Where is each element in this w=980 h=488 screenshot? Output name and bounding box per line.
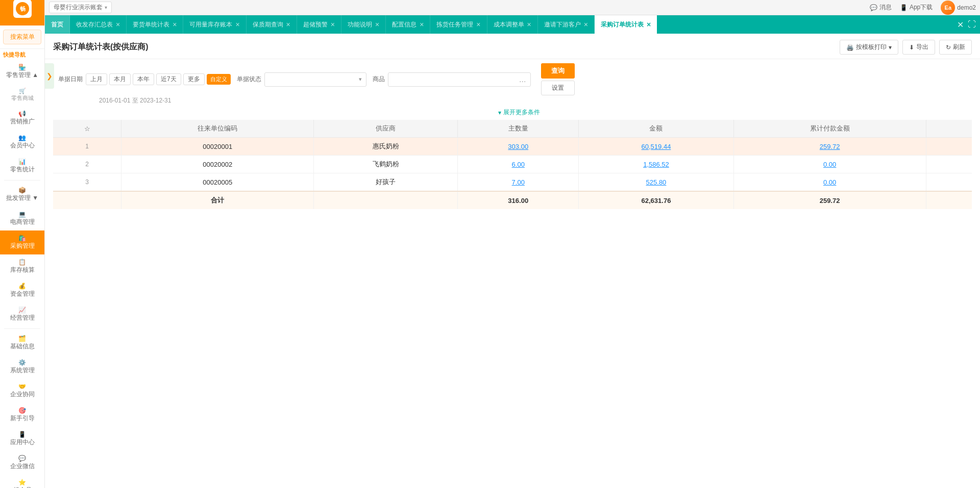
row-quantity[interactable]: 303.00 [458,138,579,156]
date-range-display: 2016-01-01 至 2023-12-31 [58,95,980,105]
col-quantity[interactable]: 主数量 [458,120,579,138]
tab-close-icon[interactable]: × [173,21,177,28]
new-guide-icon: 🎯 [18,407,26,414]
sidebar-item-operations[interactable]: 📈 经营管理 [0,302,44,326]
system-icon: ⚙️ [18,359,26,366]
member2-icon: ⭐ [18,479,26,486]
goods-input[interactable]: … [388,72,531,87]
user-info[interactable]: Ea demo2 [941,1,976,15]
app-download-icon: 📱 [900,4,908,11]
expand-more-button[interactable]: ▾ 展开更多条件 [498,108,540,117]
tab-overstock[interactable]: 超储预警 × [297,15,341,34]
tab-close-icon[interactable]: × [584,21,588,28]
tab-label: 采购订单统计表 [601,20,644,29]
page-header: 采购订单统计表(按供应商) 🖨️ 按模板打印 ▾ ⬇ 导出 ↻ 刷新 [45,34,980,59]
status-select[interactable]: ▾ [264,72,366,87]
tab-close-icon[interactable]: × [286,21,290,28]
row-supplier: 惠氏奶粉 [314,138,458,156]
tab-close-icon[interactable]: × [375,21,379,28]
footer-paid: 259.72 [733,191,926,209]
tab-config-info[interactable]: 配置信息 × [386,15,430,34]
message-button[interactable]: 💬 消息 [870,3,892,12]
tab-purchase-summary[interactable]: 采购订单统计表 × [595,15,657,34]
sidebar-item-label: 零售管理 ▲ [6,71,38,80]
sidebar-item-ecommerce[interactable]: 💻 电商管理 [0,207,44,230]
sidebar-item-new-guide[interactable]: 🎯 新手引导 [0,403,44,427]
query-button[interactable]: 查询 [541,63,575,79]
tab-close-icon[interactable]: × [527,21,531,28]
tab-home[interactable]: 首页 [45,15,70,34]
row-amount[interactable]: 1,586.52 [579,156,733,173]
sidebar-item-finance[interactable]: 💰 资金管理 [0,278,44,302]
tab-close-all-button[interactable]: ✕ [957,20,964,30]
row-quantity[interactable]: 7.00 [458,173,579,192]
tab-close-icon[interactable]: × [476,21,480,28]
app-download-label: App下载 [910,3,933,12]
print-button[interactable]: 🖨️ 按模板打印 ▾ [840,40,898,55]
tab-order-summary[interactable]: 要货单统计表 × [127,15,183,34]
tab-close-icon[interactable]: × [116,21,120,28]
sidebar-item-member2[interactable]: ⭐ 畅会员 [0,475,44,488]
export-button[interactable]: ⬇ 导出 [902,40,935,55]
row-paid[interactable]: 0.00 [733,173,926,192]
sidebar-item-enterprise-coop[interactable]: 🤝 企业协同 [0,379,44,403]
tab-label: 要货单统计表 [133,20,169,29]
col-amount[interactable]: 金额 [579,120,733,138]
refresh-button[interactable]: ↻ 刷新 [939,40,972,55]
row-paid[interactable]: 0.00 [733,156,926,173]
row-quantity[interactable]: 6.00 [458,156,579,173]
tab-cost-adjust[interactable]: 成本调整单 × [487,15,538,34]
sidebar-item-label: 采购管理 [10,242,35,250]
col-supplier[interactable]: 供应商 [314,120,458,138]
filter-collapse-button[interactable]: ❯ [45,63,54,89]
retail-stats-icon: 📊 [18,158,26,165]
sidebar-item-basic-info[interactable]: 🗂️ 基础信息 [0,331,44,355]
app-download-button[interactable]: 📱 App下载 [900,3,933,12]
tab-warranty[interactable]: 保质期查询 × [247,15,297,34]
tab-close-icon[interactable]: × [235,21,239,28]
date-shortcut-7days[interactable]: 近7天 [156,73,181,85]
sidebar-item-app-center[interactable]: 📱 应用中心 [0,427,44,451]
tab-function-desc[interactable]: 功能说明 × [341,15,386,34]
col-code[interactable]: 往来单位编码 [121,120,314,138]
sidebar-item-purchase[interactable]: 🛍️ 采购管理 [0,230,44,254]
tab-invite-downstream[interactable]: 邀请下游客户 × [538,15,595,34]
date-shortcut-last-month[interactable]: 上月 [86,73,107,85]
goods-more-icon[interactable]: … [519,75,526,84]
col-paid[interactable]: 累计付款金额 [733,120,926,138]
sidebar-item-wholesale[interactable]: 📦 批发管理 ▼ [0,183,44,207]
tab-close-icon[interactable]: × [647,21,651,28]
table-row[interactable]: 2 00020002 飞鹤奶粉 6.00 1,586.52 0.00 [53,156,972,173]
workspace-selector[interactable]: 母婴行业演示账套 ▾ [49,2,112,13]
tab-inventory-ledger[interactable]: 可用量库存账本 × [183,15,246,34]
sidebar-item-retail[interactable]: 🏪 零售管理 ▲ [0,60,44,84]
ecommerce-icon: 💻 [18,211,26,218]
tab-close-icon[interactable]: × [420,21,424,28]
row-amount[interactable]: 525.80 [579,173,733,192]
date-filter: 单据日期 上月 本月 本年 近7天 更多 自定义 [58,73,231,85]
row-paid[interactable]: 259.72 [733,138,926,156]
table-footer-row: 合计 316.00 62,631.76 259.72 [53,191,972,209]
row-amount[interactable]: 60,519.44 [579,138,733,156]
sidebar-item-label: 经营管理 [10,314,35,322]
table-row[interactable]: 1 00020001 惠氏奶粉 303.00 60,519.44 259.72 [53,138,972,156]
tab-pick-task[interactable]: 拣货任务管理 × [430,15,487,34]
settings-button[interactable]: 设置 [541,81,575,95]
table-row[interactable]: 3 00020005 好孩子 7.00 525.80 0.00 [53,173,972,192]
sidebar-item-marketing[interactable]: 📢 营销推广 [0,106,44,130]
sidebar-item-retail-stats[interactable]: 📊 零售统计 [0,154,44,178]
sidebar-item-inventory[interactable]: 📋 库存核算 [0,254,44,278]
expand-label: 展开更多条件 [503,108,540,117]
date-shortcut-this-month[interactable]: 本月 [109,73,131,85]
date-shortcut-more[interactable]: 更多 [183,73,205,85]
sidebar-item-label: 资金管理 [10,290,35,298]
tab-maximize-button[interactable]: ⛶ [968,20,976,29]
tab-receive-summary[interactable]: 收发存汇总表 × [70,15,127,34]
sidebar-item-system[interactable]: ⚙️ 系统管理 [0,355,44,379]
date-shortcut-this-year[interactable]: 本年 [133,73,154,85]
search-menu-button[interactable]: 搜索菜单 [3,30,41,44]
sidebar-item-retail-store[interactable]: 🛒 零售商城 [0,84,44,106]
sidebar-item-member[interactable]: 👥 会员中心 [0,130,44,154]
tab-close-icon[interactable]: × [331,21,335,28]
sidebar-item-enterprise-wechat[interactable]: 💬 企业微信 [0,451,44,475]
